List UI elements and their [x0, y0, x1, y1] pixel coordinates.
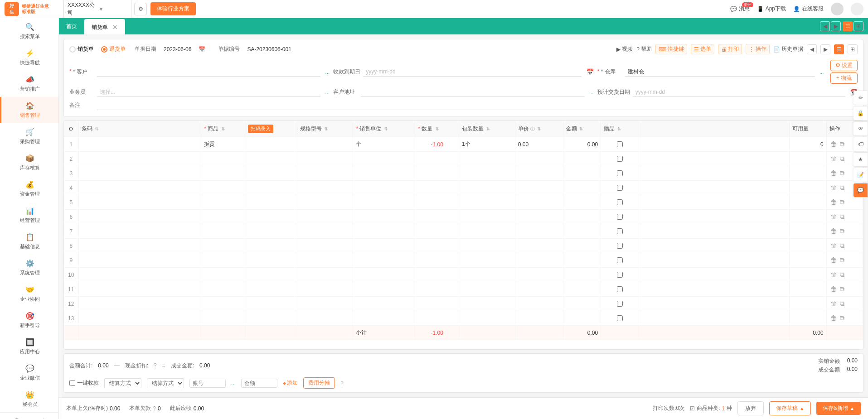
- gift-check-3[interactable]: [617, 170, 623, 176]
- gift-check-4[interactable]: [617, 185, 623, 191]
- form-nav-next[interactable]: ▶: [820, 44, 830, 54]
- barcode-input-10[interactable]: [82, 272, 199, 278]
- view-grid-btn[interactable]: ⊞: [853, 21, 863, 31]
- gift-check-6[interactable]: [617, 214, 623, 220]
- avatar2[interactable]: [851, 3, 863, 15]
- salesperson-expand-icon[interactable]: ...: [325, 89, 330, 96]
- row-delete-btn-13[interactable]: 🗑: [830, 314, 837, 322]
- sidebar-item-base[interactable]: 📋 基础信息: [0, 228, 58, 255]
- account-select[interactable]: 结算方式: [147, 378, 184, 388]
- sidebar-collapse-btn[interactable]: ◀: [40, 417, 44, 419]
- sidebar-item-guide[interactable]: 🎯 新手引导: [0, 307, 58, 333]
- barcode-input-3[interactable]: [82, 170, 199, 177]
- warehouse-input[interactable]: [625, 67, 815, 77]
- nav-prev-btn[interactable]: ◀: [820, 21, 830, 31]
- row-copy-btn-6[interactable]: ⧉: [840, 213, 844, 220]
- row-copy-btn-1[interactable]: ⧉: [840, 140, 844, 148]
- row-copy-btn-8[interactable]: ⧉: [840, 242, 844, 249]
- message-button[interactable]: 💬 消息 99+: [730, 5, 750, 13]
- row-delete-btn-9[interactable]: 🗑: [830, 256, 837, 264]
- calendar-icon[interactable]: 📅: [199, 46, 205, 53]
- operation-link[interactable]: ⋮ 操作: [746, 44, 770, 54]
- row-delete-btn-3[interactable]: 🗑: [830, 169, 837, 177]
- row-copy-btn-13[interactable]: ⧉: [840, 314, 844, 322]
- row-copy-btn-12[interactable]: ⧉: [840, 300, 844, 307]
- save-new-button[interactable]: 保存&新增 ▲: [816, 402, 861, 415]
- trial-button[interactable]: 体验行业方案: [150, 2, 196, 15]
- barcode-input-9[interactable]: [82, 257, 199, 264]
- row-barcode-9[interactable]: [78, 253, 201, 268]
- barcode-input-1[interactable]: [82, 141, 199, 148]
- row-barcode-5[interactable]: [78, 195, 201, 210]
- row-delete-btn-11[interactable]: 🗑: [830, 285, 837, 293]
- price-sort-icon[interactable]: ⇅: [537, 126, 541, 131]
- due-date-calendar-icon[interactable]: 📅: [586, 68, 594, 76]
- due-date-input[interactable]: [363, 67, 581, 77]
- settlement-method-select[interactable]: 结算方式: [104, 378, 141, 388]
- shortcut-link[interactable]: ⌨ 快捷键: [655, 44, 687, 54]
- gift-check-9[interactable]: [617, 257, 623, 263]
- row-barcode-3[interactable]: [78, 166, 201, 181]
- one-click-pay-check[interactable]: [69, 380, 75, 386]
- sidebar-item-system[interactable]: ⚙️ 系统管理: [0, 255, 58, 281]
- avatar[interactable]: [831, 3, 844, 15]
- expected-date-input[interactable]: [633, 87, 845, 97]
- discard-button[interactable]: 放弃: [737, 401, 764, 415]
- row-delete-btn-1[interactable]: 🗑: [830, 140, 837, 148]
- barcode-input-6[interactable]: [82, 214, 199, 220]
- row-barcode-7[interactable]: [78, 224, 201, 239]
- barcode-sort-icon[interactable]: ⇅: [95, 126, 98, 131]
- sidebar-item-search[interactable]: 🔍 搜索菜单: [0, 18, 58, 44]
- pack-sort-icon[interactable]: ⇅: [486, 126, 490, 131]
- sidebar-item-purchase[interactable]: 🛒 采购管理: [0, 123, 58, 149]
- float-tag-btn[interactable]: 🏷: [853, 137, 868, 151]
- row-delete-btn-10[interactable]: 🗑: [830, 271, 837, 278]
- customer-expand-icon[interactable]: ...: [325, 69, 330, 75]
- float-edit-btn[interactable]: ✏: [853, 91, 868, 105]
- barcode-input-13[interactable]: [82, 315, 199, 322]
- sidebar-item-wechat[interactable]: 💬 企业微信: [0, 360, 58, 386]
- sidebar-item-apps[interactable]: 🔲 应用中心: [0, 333, 58, 360]
- barcode-input-12[interactable]: [82, 301, 199, 307]
- th-scan[interactable]: 扫码录入: [245, 121, 297, 137]
- scan-btn[interactable]: 扫码录入: [248, 125, 273, 133]
- row-copy-btn-7[interactable]: ⧉: [840, 227, 844, 235]
- history-link[interactable]: 📄 历史单据: [773, 45, 803, 53]
- account-number-input[interactable]: [189, 379, 226, 388]
- float-note-btn[interactable]: 📝: [853, 168, 868, 182]
- video-link[interactable]: ▶ 视频: [616, 45, 633, 53]
- print-link[interactable]: 🖨 打印: [718, 44, 742, 54]
- sidebar-item-corp[interactable]: 🤝 企业协同: [0, 281, 58, 307]
- amount-sort-icon[interactable]: ⇅: [579, 126, 583, 131]
- row-delete-btn-2[interactable]: 🗑: [830, 155, 837, 162]
- barcode-input-7[interactable]: [82, 228, 199, 235]
- amount-input[interactable]: [241, 379, 277, 388]
- tab-home[interactable]: 首页: [59, 18, 84, 34]
- wuliu-button[interactable]: + 物流: [830, 72, 858, 84]
- sidebar-item-member[interactable]: 👑 畅会员: [0, 386, 58, 412]
- float-message-btn[interactable]: 💬: [853, 183, 868, 197]
- help-link[interactable]: ? 帮助: [636, 45, 652, 53]
- row-barcode-2[interactable]: [78, 152, 201, 166]
- float-star-btn[interactable]: ★: [853, 152, 868, 167]
- row-copy-btn-9[interactable]: ⧉: [840, 256, 844, 264]
- row-barcode-11[interactable]: [78, 282, 201, 297]
- gift-check-10[interactable]: [617, 272, 623, 278]
- barcode-input-8[interactable]: [82, 243, 199, 249]
- barcode-input-11[interactable]: [82, 286, 199, 293]
- gift-check-11[interactable]: [617, 286, 623, 292]
- radio-return[interactable]: 退货单: [101, 45, 126, 53]
- barcode-input-4[interactable]: [82, 185, 199, 191]
- sidebar-item-business[interactable]: 📊 经营管理: [0, 202, 58, 228]
- fee-split-button[interactable]: 费用分摊: [303, 377, 335, 389]
- gift-check-12[interactable]: [617, 301, 623, 307]
- float-eye-btn[interactable]: 👁: [853, 121, 868, 136]
- row-delete-btn-4[interactable]: 🗑: [830, 184, 837, 191]
- row-delete-btn-7[interactable]: 🗑: [830, 227, 837, 235]
- gift-check-8[interactable]: [617, 243, 623, 249]
- row-barcode-1[interactable]: [78, 137, 201, 152]
- sidebar-item-marketing[interactable]: 📣 营销推广: [0, 71, 58, 97]
- unit-sort-icon[interactable]: ⇅: [384, 126, 388, 131]
- gift-check-5[interactable]: [617, 199, 623, 205]
- customer-input[interactable]: [97, 67, 320, 77]
